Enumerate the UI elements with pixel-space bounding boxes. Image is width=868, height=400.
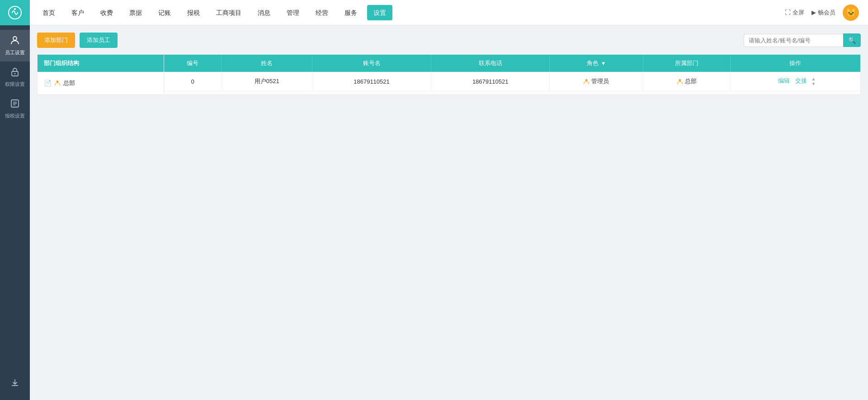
table-panel: 编号 姓名 账号名 联系电话 角色 ▼ 所属部门 操作 bbox=[164, 55, 860, 94]
search-button[interactable]: 🔍 bbox=[843, 33, 861, 47]
svg-point-11 bbox=[679, 79, 681, 81]
nav-right-section: ⛶ 全屏 ▶ 畅会员 🐱 bbox=[785, 5, 868, 21]
col-header-phone: 联系电话 bbox=[431, 55, 550, 72]
nav-items-list: 首页 客户 收费 票据 记账 报税 工商项目 消息 管理 经营 服务 设置 bbox=[30, 0, 785, 25]
tree-item-label: 总部 bbox=[63, 79, 75, 87]
dept-badge: 总部 bbox=[677, 77, 697, 85]
tree-body: 📄 总部 bbox=[38, 72, 164, 94]
scroll-arrows[interactable]: ▲ ▼ bbox=[811, 76, 816, 86]
main-content: 添加部门 添加员工 🔍 部门组织结构 📄 bbox=[30, 25, 868, 400]
svg-point-9 bbox=[57, 80, 59, 83]
sidebar: 员工设置 权限设置 报税设置 bbox=[0, 25, 30, 400]
tree-panel: 部门组织结构 📄 总部 bbox=[38, 55, 164, 94]
permission-icon bbox=[10, 67, 20, 79]
download-icon bbox=[10, 378, 20, 390]
col-header-name: 姓名 bbox=[222, 55, 312, 72]
member-button[interactable]: ▶ 畅会员 bbox=[811, 9, 835, 17]
top-navigation: 首页 客户 收费 票据 记账 报税 工商项目 消息 管理 经营 服务 设置 ⛶ … bbox=[0, 0, 868, 25]
add-dept-button[interactable]: 添加部门 bbox=[37, 33, 75, 48]
sidebar-item-permission-label: 权限设置 bbox=[5, 81, 25, 88]
fullscreen-button[interactable]: ⛶ 全屏 bbox=[785, 9, 804, 17]
action-交接[interactable]: 交接 bbox=[795, 77, 807, 84]
table-header-row: 编号 姓名 账号名 联系电话 角色 ▼ 所属部门 操作 bbox=[164, 55, 860, 72]
dept-icon bbox=[677, 78, 683, 85]
fullscreen-icon: ⛶ bbox=[785, 9, 791, 16]
main-layout: 员工设置 权限设置 报税设置 bbox=[0, 25, 868, 400]
tree-item-person-icon bbox=[54, 80, 61, 87]
employee-icon bbox=[10, 35, 20, 47]
sidebar-item-download[interactable] bbox=[0, 372, 30, 395]
col-header-role[interactable]: 角色 ▼ bbox=[550, 55, 643, 72]
avatar[interactable]: 🐱 bbox=[843, 5, 859, 21]
nav-item-accounting[interactable]: 记账 bbox=[150, 0, 179, 25]
sidebar-item-employee[interactable]: 员工设置 bbox=[0, 30, 30, 61]
svg-rect-8 bbox=[12, 385, 18, 386]
search-input[interactable] bbox=[744, 34, 843, 47]
action-bar: 添加部门 添加员工 🔍 bbox=[37, 33, 861, 48]
col-header-dept: 所属部门 bbox=[643, 55, 730, 72]
cell-actions: 编辑交接 ▲ ▼ bbox=[730, 72, 860, 91]
sidebar-item-permission[interactable]: 权限设置 bbox=[0, 61, 30, 93]
nav-item-service[interactable]: 服务 bbox=[336, 0, 365, 25]
nav-item-tax[interactable]: 报税 bbox=[179, 0, 208, 25]
col-header-action: 操作 bbox=[730, 55, 860, 72]
nav-item-fee[interactable]: 收费 bbox=[92, 0, 121, 25]
svg-point-10 bbox=[585, 79, 588, 81]
action-编辑[interactable]: 编辑 bbox=[778, 77, 790, 84]
cell-id: 0 bbox=[164, 72, 222, 91]
nav-item-operation[interactable]: 经营 bbox=[307, 0, 336, 25]
svg-point-3 bbox=[14, 73, 16, 75]
content-area: 部门组织结构 📄 总部 bbox=[37, 54, 861, 95]
cell-name: 用户0521 bbox=[222, 72, 312, 91]
sidebar-item-employee-label: 员工设置 bbox=[5, 49, 25, 56]
cell-role: 管理员 bbox=[550, 72, 643, 91]
nav-item-bills[interactable]: 票据 bbox=[121, 0, 150, 25]
tree-panel-header: 部门组织结构 bbox=[38, 55, 164, 72]
table-row: 0用户05211867911052118679110521 管理员 总部 编辑交… bbox=[164, 72, 860, 91]
member-label: 畅会员 bbox=[818, 9, 835, 17]
sidebar-item-taxsettings-label: 报税设置 bbox=[5, 113, 25, 119]
avatar-icon: 🐱 bbox=[846, 8, 856, 18]
svg-point-0 bbox=[14, 8, 16, 10]
taxsettings-icon bbox=[10, 99, 20, 111]
col-header-id: 编号 bbox=[164, 55, 222, 72]
search-bar: 🔍 bbox=[744, 33, 861, 47]
nav-item-customer[interactable]: 客户 bbox=[63, 0, 92, 25]
tree-item-root[interactable]: 📄 总部 bbox=[38, 75, 164, 91]
fullscreen-label: 全屏 bbox=[793, 9, 804, 17]
svg-point-1 bbox=[13, 37, 17, 40]
nav-item-message[interactable]: 消息 bbox=[250, 0, 278, 25]
cell-account: 18679110521 bbox=[312, 72, 431, 91]
nav-item-manage[interactable]: 管理 bbox=[278, 0, 307, 25]
scroll-down-arrow[interactable]: ▼ bbox=[811, 81, 816, 86]
add-employee-button[interactable]: 添加员工 bbox=[80, 33, 118, 48]
sidebar-item-taxsettings[interactable]: 报税设置 bbox=[0, 93, 30, 125]
tree-item-file-icon: 📄 bbox=[44, 80, 52, 87]
nav-item-home[interactable]: 首页 bbox=[34, 0, 63, 25]
app-logo[interactable] bbox=[0, 0, 30, 25]
nav-item-settings[interactable]: 设置 bbox=[367, 5, 392, 20]
employee-table: 编号 姓名 账号名 联系电话 角色 ▼ 所属部门 操作 bbox=[164, 55, 860, 91]
role-icon bbox=[583, 78, 590, 85]
scroll-up-arrow[interactable]: ▲ bbox=[811, 76, 816, 81]
search-icon: 🔍 bbox=[848, 37, 856, 44]
cell-dept: 总部 bbox=[643, 72, 730, 91]
member-icon: ▶ bbox=[811, 9, 816, 16]
role-badge: 管理员 bbox=[583, 77, 609, 85]
role-filter-icon[interactable]: ▼ bbox=[601, 61, 606, 66]
col-header-account: 账号名 bbox=[312, 55, 431, 72]
nav-item-bizproject[interactable]: 工商项目 bbox=[208, 0, 250, 25]
cell-phone: 18679110521 bbox=[431, 72, 550, 91]
